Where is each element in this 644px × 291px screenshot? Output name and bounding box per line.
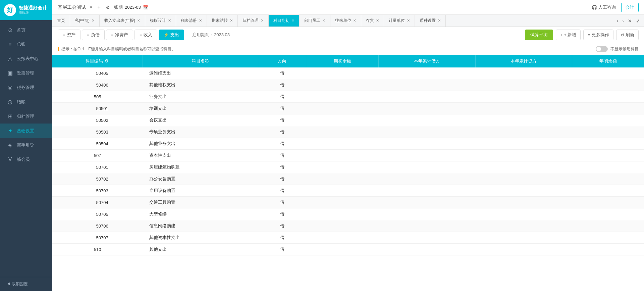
calendar-icon[interactable]: 📅 [143,5,148,10]
cell-direction: 借 [258,138,306,150]
subtab-income[interactable]: ≡ 收入 [135,30,157,40]
tab-inventory[interactable]: 存货 ✕ [361,15,384,27]
cell-ytd-credit [475,126,572,138]
table-row[interactable]: 50504其他业务支出借 [52,138,644,150]
table-row[interactable]: 50706信息网络购建借 [52,220,644,232]
tab-template[interactable]: 模版设计 ✕ [145,15,176,27]
table-row[interactable]: 50405运维维支出借 [52,67,644,79]
tab-close-icon[interactable]: ✕ [92,18,95,23]
tab-close-icon[interactable]: ✕ [353,18,356,23]
tab-close-icon[interactable]: ✕ [322,18,325,23]
cell-direction: 借 [258,79,306,91]
expense-icon: ⚡ [164,33,169,37]
add-btn[interactable]: + + 新增 [556,30,581,40]
sidebar-item-close[interactable]: ◷ 结账 [0,95,52,109]
more-ops-btn[interactable]: ≡ 更多操作 [583,30,613,40]
table-row[interactable]: 50502会议支出借 [52,114,644,126]
sidebar-item-ledger[interactable]: ≡ 总账 [0,37,52,51]
sidebar-item-cloud[interactable]: △ 云报表中心 [0,51,52,66]
tab-close-icon[interactable]: ✕ [137,18,140,23]
cell-year-opening [572,67,644,79]
tabs-next-btn[interactable]: › [621,17,625,24]
table-row[interactable]: 507资本性支出借 [52,150,644,161]
sidebar-item-settings[interactable]: ✦ 基础设置 [0,124,52,138]
sidebar-item-vip[interactable]: V 畅会员 [0,152,52,166]
col-opening-balance: 期初余额 [306,55,379,67]
cell-direction: 借 [258,185,306,197]
cell-name: 信息网络购建 [143,220,258,232]
tab-dept-staff[interactable]: 部门员工 ✕ [300,15,330,27]
tabs-close-all-btn[interactable]: ✕ [627,17,633,24]
tab-period-mid[interactable]: 私(中期) ✕ [70,15,100,27]
table-row[interactable]: 50406其他维权支出借 [52,79,644,91]
tab-close-icon[interactable]: ✕ [230,18,233,23]
subtab-asset[interactable]: ≡ 资产 [58,30,80,40]
cell-opening-balance [306,79,379,91]
tab-close-icon[interactable]: ✕ [376,18,379,23]
tab-close-icon[interactable]: ✕ [261,18,264,23]
subtab-expense[interactable]: ⚡ 支出 [159,30,184,40]
table-row[interactable]: 510其他支出借 [52,244,644,255]
cell-code: 50703 [52,185,143,197]
column-settings-icon[interactable]: ⚙ [104,58,109,64]
tab-subject-init[interactable]: 科目期初 ✕ [269,15,300,27]
cell-year-opening [572,232,644,244]
cell-name: 其他维权支出 [143,79,258,91]
tabs-navigation: ‹ › ✕ ⤢ [613,17,644,24]
table-row[interactable]: 50703专用设备购置借 [52,185,644,197]
tab-income-annual[interactable]: 收入支出表(年报) ✕ [100,15,145,27]
tab-archive[interactable]: 归档管理 ✕ [238,15,269,27]
sidebar-item-home[interactable]: ⊙ 首页 [0,23,52,37]
cell-opening-balance [306,173,379,185]
add-tab-btn[interactable]: ＋ [96,4,102,11]
table-row[interactable]: 50701房屋建筑物购建借 [52,161,644,173]
tab-close-icon[interactable]: ✕ [438,18,441,23]
subtab-liability[interactable]: ≡ 负债 [82,30,105,40]
liability-icon: ≡ [87,33,89,37]
tab-period-end[interactable]: 期末结转 ✕ [207,15,238,27]
cell-ytd-credit [475,173,572,185]
tab-close-icon[interactable]: ✕ [168,18,171,23]
table-row[interactable]: 505业务支出借 [52,91,644,103]
company-dropdown-icon[interactable]: ▾ [90,5,92,10]
tab-tax-table[interactable]: 税表清册 ✕ [176,15,207,27]
sidebar-collapse-btn[interactable]: ◀ 取消固定 [0,277,52,291]
tab-home[interactable]: 首页 [52,15,70,27]
sidebar-item-guide[interactable]: ◈ 新手引导 [0,138,52,152]
invoice-icon: ▣ [7,70,13,76]
cell-direction: 借 [258,126,306,138]
table-row[interactable]: 50503专项业务支出借 [52,126,644,138]
support-btn[interactable]: 🎧 人工咨询 [592,4,616,10]
cell-year-opening [572,114,644,126]
tab-unit[interactable]: 计量单位 ✕ [384,15,415,27]
tab-close-icon[interactable]: ✕ [291,18,294,23]
disable-toggle[interactable] [596,46,608,52]
subtab-net-asset[interactable]: ≡ 净资产 [106,30,133,40]
table-row[interactable]: 50702办公设备购置借 [52,173,644,185]
cell-name: 培训支出 [143,103,258,114]
period-value: 2023-03 [125,5,141,10]
table-row[interactable]: 50705大型修缮借 [52,208,644,220]
table-row[interactable]: 50707其他资本性支出借 [52,232,644,244]
tabs-bar: 首页 私(中期) ✕ 收入支出表(年报) ✕ 模版设计 ✕ 税表清册 ✕ 期末结… [52,15,644,27]
tab-close-icon[interactable]: ✕ [199,18,202,23]
sidebar-item-tax[interactable]: ◎ 税务管理 [0,80,52,95]
cell-name: 业务支出 [143,91,258,103]
sidebar-item-archive[interactable]: ⊞ 归档管理 [0,109,52,124]
sidebar-item-invoice[interactable]: ▣ 发票管理 [0,66,52,80]
tab-currency[interactable]: 币种设置 ✕ [415,15,446,27]
topbar-settings-icon[interactable]: ⚙ [106,5,110,10]
table-row[interactable]: 50501培训支出借 [52,103,644,114]
cell-year-opening [572,126,644,138]
cell-ytd-credit [475,79,572,91]
balance-btn[interactable]: 试算平衡 [525,30,553,40]
tab-close-icon[interactable]: ✕ [407,18,410,23]
tabs-prev-btn[interactable]: ‹ [615,17,620,24]
table-row[interactable]: 50704交通工具购置借 [52,197,644,208]
tabs-expand-btn[interactable]: ⤢ [635,17,641,24]
user-role-btn[interactable]: 会计 [621,3,639,12]
cell-direction: 借 [258,197,306,208]
refresh-btn[interactable]: ↺ 刷新 [616,30,639,40]
more-icon: ≡ [588,33,590,38]
tab-contacts[interactable]: 往来单位 ✕ [330,15,361,27]
